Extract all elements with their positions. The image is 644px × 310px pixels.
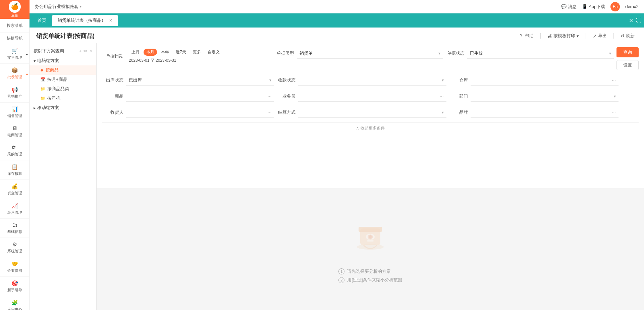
sidebar-item-purchase[interactable]: 🛍 采购管理 — [0, 141, 29, 160]
tab-close-button[interactable]: ✕ — [109, 18, 112, 23]
hint-num-1: 1 — [338, 268, 344, 274]
salesperson-dots[interactable]: ··· — [440, 94, 444, 99]
doc-type-value[interactable]: 销货单 ▾ — [297, 48, 443, 59]
warehouse-value[interactable]: ··· — [471, 75, 619, 86]
setting-button[interactable]: 设置 — [616, 60, 639, 70]
filter-group-warehouse: 仓库 ··· — [446, 74, 619, 86]
topbar-right: 💬 消息 📱 App下载 Ea demo2 — [561, 2, 639, 11]
date-filter-value: 上月 本月 本年 近7天 更多 自定义 2023-03-01 至 2023-03… — [126, 47, 273, 65]
dept-value[interactable]: ▾ — [471, 91, 619, 102]
sidebar-item-guide[interactable]: 🎯 新手引导 — [0, 277, 29, 296]
query-button[interactable]: 查询 — [616, 47, 639, 57]
edit-scheme-button[interactable]: ✏ — [84, 48, 88, 54]
filter-row-1: 单据日期 上月 本月 本年 近7天 更多 自定义 20 — [102, 47, 639, 70]
search-menu-button[interactable]: 搜索菜单 — [0, 21, 29, 30]
print-dropdown-icon[interactable]: ▾ — [577, 34, 579, 39]
filter-group-receipt-status: 收款状态 ▾ — [274, 74, 446, 86]
by-machine-label: 按司机 — [47, 95, 60, 101]
tree-pc-group[interactable]: ▾ 电脑端方案 — [30, 56, 96, 65]
refresh-button[interactable]: ↺ 刷新 — [618, 32, 637, 40]
sidebar: 🍊 标赢 搜索菜单 快捷导航 🛒 零售管理 ▸ 📦 批发管理 ▴ 📢 营销推广 … — [0, 0, 30, 310]
warehouse-dots[interactable]: ··· — [612, 78, 616, 83]
title-dropdown-icon[interactable]: ▾ — [80, 5, 82, 8]
collapse-panel-button[interactable]: « — [90, 48, 92, 54]
topbar: 办公用品行业模拟账套 ▾ 💬 消息 📱 App下载 Ea demo2 — [30, 0, 644, 13]
status-value[interactable]: 已生效 ▾ — [467, 48, 614, 59]
date-tab-thismonth[interactable]: 本月 — [144, 49, 157, 56]
filter-group-status: 单据状态 已生效 ▾ — [443, 47, 614, 59]
sidebar-label-marketing: 营销推广 — [7, 94, 22, 99]
sidebar-item-marketing[interactable]: 📢 营销推广 — [0, 83, 29, 103]
receiver-value[interactable]: ··· — [126, 107, 274, 118]
filter-row-3: 商品 ··· 业务员 ··· — [102, 90, 639, 102]
tree-item-by-month-product[interactable]: 📅 按月+商品 — [30, 75, 96, 84]
tree-mobile-group[interactable]: ▸ 移动端方案 — [30, 103, 96, 112]
brand-value[interactable]: ··· — [471, 107, 619, 118]
date-tabs: 上月 本月 本年 近7天 更多 自定义 — [129, 49, 222, 56]
sidebar-label-ecommerce: 电商管理 — [7, 133, 22, 138]
product-dots[interactable]: ··· — [268, 94, 272, 99]
tree-pc-label: 电脑端方案 — [37, 58, 59, 64]
date-range-display[interactable]: 2023-03-01 至 2023-03-31 — [129, 58, 176, 63]
out-status-value[interactable]: 已出库 ▾ — [126, 75, 274, 86]
retail-arrow: ▸ — [26, 52, 28, 56]
tab-home-label: 首页 — [38, 17, 46, 23]
sidebar-item-retail[interactable]: 🛒 零售管理 ▸ — [0, 44, 29, 64]
sidebar-item-ecommerce[interactable]: 🖥 电商管理 — [0, 122, 29, 141]
by-machine-icon: 📁 — [40, 96, 45, 101]
app-download-button[interactable]: 📱 App下载 — [582, 4, 605, 10]
receiver-dots[interactable]: ··· — [268, 110, 272, 115]
tab-close-all-button[interactable]: ✕ — [629, 17, 633, 24]
print-button[interactable]: 🖨 按模板打印 ▾ — [545, 32, 582, 40]
tab-home[interactable]: 首页 — [32, 15, 52, 26]
date-tab-custom[interactable]: 自定义 — [205, 49, 222, 56]
tree-item-by-machine[interactable]: 📁 按司机 — [30, 94, 96, 103]
tab-maximize-button[interactable]: ⛶ — [636, 17, 641, 23]
export-icon: ↗ — [593, 33, 597, 39]
tree-item-by-product[interactable]: ● 按商品 — [30, 65, 96, 75]
empty-icon — [350, 215, 390, 262]
content-wrapper: 销货单统计表(按商品) ？ 帮助 🖨 按模板打印 ▾ ↗ 导出 — [30, 28, 644, 310]
message-button[interactable]: 💬 消息 — [561, 4, 577, 10]
tab-report-label: 销货单统计表（按商品） — [58, 17, 106, 23]
date-tab-7days[interactable]: 近7天 — [173, 49, 189, 56]
action-buttons: 查询 设置 — [616, 47, 639, 70]
user-avatar[interactable]: Ea — [610, 2, 620, 11]
tree-item-by-category[interactable]: 📁 按商品品类 — [30, 84, 96, 94]
date-tab-more[interactable]: 更多 — [190, 49, 204, 56]
left-panel: 按以下方案查询 + ✏ « ▾ 电脑端方案 ● 按商品 📅 — [30, 43, 97, 310]
sidebar-item-system[interactable]: ⚙ 系统管理 — [0, 238, 29, 257]
sidebar-item-inventory[interactable]: 📋 库存核算 — [0, 160, 29, 180]
user-name[interactable]: demo2 — [625, 4, 639, 9]
sidebar-label-inventory: 库存核算 — [7, 171, 22, 176]
date-tab-lastmonth[interactable]: 上月 — [129, 49, 142, 56]
receipt-status-label: 收款状态 — [274, 77, 298, 83]
logo-icon: 🍊 — [9, 1, 21, 13]
receipt-status-value[interactable]: ▾ — [298, 75, 446, 86]
settlement-value[interactable]: ▾ — [298, 107, 446, 118]
sidebar-item-finance[interactable]: 💰 资金管理 — [0, 180, 29, 199]
collapse-filter-button[interactable]: ∧ 收起更多条件 — [102, 122, 639, 134]
date-tab-thisyear[interactable]: 本年 — [158, 49, 172, 56]
logo[interactable]: 🍊 标赢 — [0, 0, 30, 19]
help-button[interactable]: ？ 帮助 — [516, 32, 536, 40]
by-category-icon: 📁 — [40, 87, 45, 91]
export-button[interactable]: ↗ 导出 — [590, 32, 609, 40]
sidebar-item-basic[interactable]: 🗂 基础信息 — [0, 219, 29, 238]
sidebar-item-sales[interactable]: 📊 销售管理 — [0, 103, 29, 122]
sidebar-item-apps[interactable]: 🧩 应用中心 — [0, 296, 29, 310]
refresh-label: 刷新 — [626, 33, 635, 39]
product-value[interactable]: ··· — [126, 91, 274, 102]
sidebar-item-wholesale[interactable]: 📦 批发管理 ▴ — [0, 64, 29, 83]
add-scheme-button[interactable]: + — [79, 48, 82, 54]
tree-arrow-mobile: ▸ — [34, 105, 36, 110]
tab-report[interactable]: 销货单统计表（按商品） ✕ — [52, 15, 118, 26]
brand-dots[interactable]: ··· — [612, 110, 616, 115]
left-panel-header: 按以下方案查询 + ✏ « — [30, 46, 96, 56]
receipt-chevron: ▾ — [442, 78, 444, 83]
sidebar-item-enterprise[interactable]: 🤝 企业协同 — [0, 257, 29, 277]
divider3 — [613, 33, 614, 39]
salesperson-value[interactable]: ··· — [298, 91, 446, 102]
quick-nav-button[interactable]: 快捷导航 — [0, 34, 29, 43]
sidebar-item-operations[interactable]: 📈 经营管理 — [0, 199, 29, 219]
